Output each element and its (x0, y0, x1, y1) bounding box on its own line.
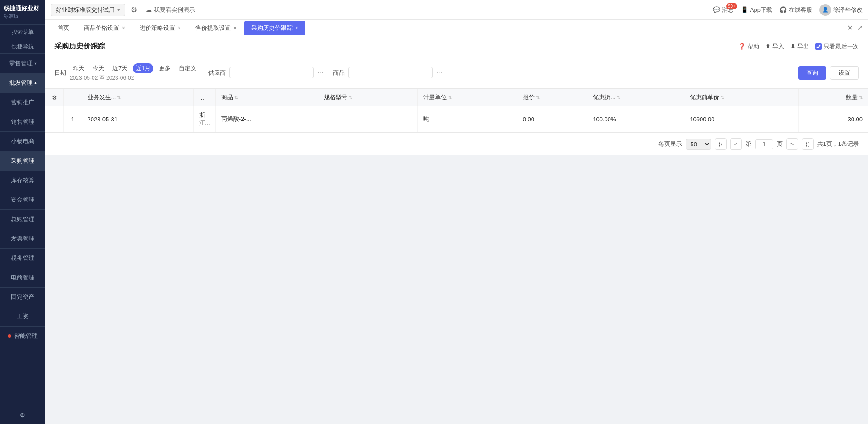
date-option-yesterday[interactable]: 昨天 (70, 63, 87, 73)
th-gear[interactable]: ⚙ (45, 89, 63, 106)
import-button[interactable]: ⬆ 导入 (766, 43, 784, 51)
edition-selector-label: 好业财标准版交付试用 (56, 6, 115, 14)
th-spec[interactable]: 规格型号 ⇅ (318, 89, 417, 106)
sidebar-item-invoice-label: 发票管理 (11, 235, 34, 243)
th-more[interactable]: ... (193, 89, 215, 106)
sidebar-item-inventory[interactable]: 库存核算 (0, 171, 45, 190)
sort-icon: ⇅ (117, 95, 121, 100)
filter-actions: 查询 设置 (798, 66, 859, 80)
page-header: 采购历史价跟踪 ❓ 帮助 ⬆ 导入 ⬇ 导出 只看最后一次 (45, 36, 868, 57)
page-size-select[interactable]: 50 20 100 (686, 139, 711, 150)
sidebar-item-tax[interactable]: 税务管理 (0, 249, 45, 268)
last-page-button[interactable]: ⟩⟩ (802, 138, 814, 150)
supplier-more-icon[interactable]: ··· (317, 69, 323, 77)
tab-purchase-strategy[interactable]: 进价策略设置 × (133, 21, 188, 35)
supplier-input[interactable] (229, 67, 314, 78)
collapse-icon[interactable]: ✕ (847, 24, 853, 32)
help-button[interactable]: ❓ 帮助 (738, 43, 759, 51)
row-unit-label: 吨 (423, 116, 429, 122)
sidebar-item-marketing[interactable]: 营销推广 (0, 93, 45, 112)
demo-label: 我要看实例演示 (154, 6, 195, 14)
page-number-input[interactable] (755, 139, 773, 149)
tab-sale-extract-label: 售价提取设置 (195, 24, 231, 32)
close-icon[interactable]: × (295, 25, 298, 31)
online-service-button[interactable]: 🎧 在线客服 (780, 6, 812, 14)
th-discount[interactable]: 优惠折... ⇅ (587, 89, 684, 106)
th-unit-label: 计量单位 (423, 93, 447, 101)
edition-selector[interactable]: 好业财标准版交付试用 ▾ (51, 4, 125, 16)
table-row: 1 2023-05-31 浙江... 丙烯酸-2-... 吨 0.00 100.… (45, 106, 868, 132)
expand-icon[interactable]: ⤢ (857, 24, 863, 32)
th-goods[interactable]: 商品 ⇅ (215, 89, 318, 106)
close-icon[interactable]: × (122, 25, 125, 31)
help-label: 帮助 (747, 43, 759, 51)
sidebar-item-sales[interactable]: 销售管理 (0, 112, 45, 132)
settings-icon[interactable]: ⚙ (131, 5, 137, 14)
query-button[interactable]: 查询 (798, 66, 826, 80)
sidebar-item-ecommerce-label: 电商管理 (11, 274, 34, 282)
sidebar-item-tax-label: 税务管理 (11, 254, 34, 262)
th-unit[interactable]: 计量单位 ⇅ (418, 89, 517, 106)
row-quantity: 30.00 (799, 106, 868, 132)
first-page-button[interactable]: ⟨⟨ (715, 138, 727, 150)
date-filter-group: 日期 昨天 今天 近7天 近1月 更多 自定义 2023-05-02 至 202… (54, 63, 199, 82)
th-quoted-price[interactable]: 报价 ⇅ (517, 89, 587, 106)
user-menu[interactable]: 👤 徐泽华修改 (819, 4, 863, 16)
prev-page-button[interactable]: ＜ (730, 138, 742, 150)
export-button[interactable]: ⬇ 导出 (790, 43, 809, 51)
logo-title: 畅捷通好业财 (4, 5, 42, 13)
sidebar-item-ledger[interactable]: 总账管理 (0, 210, 45, 229)
table-container: ⚙ 业务发生... ⇅ ... (45, 89, 868, 132)
quick-nav[interactable]: 快捷导航 (0, 40, 45, 54)
only-last-toggle[interactable]: 只看最后一次 (815, 43, 859, 51)
th-pre-discount-price[interactable]: 优惠前单价 ⇅ (684, 89, 799, 106)
th-quantity[interactable]: 数量 ⇅ (799, 89, 868, 106)
tab-sale-extract[interactable]: 售价提取设置 × (189, 21, 244, 35)
date-option-7days[interactable]: 近7天 (110, 63, 130, 73)
date-option-1month[interactable]: 近1月 (133, 63, 153, 73)
only-last-label: 只看最后一次 (824, 43, 859, 51)
row-supplier: 浙江... (193, 106, 215, 132)
cloud-icon: ☁ (146, 6, 152, 13)
tab-purchase-history-label: 采购历史价跟踪 (251, 24, 293, 32)
main-content: 好业财标准版交付试用 ▾ ⚙ ☁ 我要看实例演示 💬 消息 99+ 📱 App下… (45, 0, 868, 424)
sidebar-item-payroll[interactable]: 工资 (0, 307, 45, 327)
date-option-custom[interactable]: 自定义 (176, 63, 199, 73)
goods-filter-group: 商品 ··· (333, 67, 442, 78)
sidebar-item-invoice[interactable]: 发票管理 (0, 229, 45, 249)
date-option-today[interactable]: 今天 (90, 63, 107, 73)
tabbar-controls: ✕ ⤢ (847, 24, 863, 32)
sidebar-item-inventory-label: 库存核算 (11, 176, 34, 184)
date-options: 昨天 今天 近7天 近1月 更多 自定义 (70, 63, 199, 73)
sidebar-item-ecommerce-small[interactable]: 小畅电商 (0, 132, 45, 151)
sidebar-item-retail[interactable]: 零售管理 ▾ (0, 54, 45, 73)
th-pre-discount-price-label: 优惠前单价 (690, 93, 719, 101)
tab-price-settings[interactable]: 商品价格设置 × (77, 21, 132, 35)
dot-indicator (8, 334, 11, 338)
sidebar-gear-button[interactable]: ⚙ (0, 406, 45, 424)
row-pre-discount-price: 10900.00 (684, 106, 799, 132)
close-icon[interactable]: × (178, 25, 181, 31)
th-business-date[interactable]: 业务发生... ⇅ (82, 89, 193, 106)
tab-home[interactable]: 首页 (51, 21, 76, 35)
sidebar-item-finance[interactable]: 资金管理 (0, 190, 45, 210)
sidebar-item-smart[interactable]: 智能管理 (0, 327, 45, 346)
sidebar-item-assets[interactable]: 固定资产 (0, 288, 45, 307)
tab-purchase-history[interactable]: 采购历史价跟踪 × (244, 21, 305, 35)
next-page-button[interactable]: ＞ (786, 138, 798, 150)
sidebar-item-purchase[interactable]: 采购管理 (0, 151, 45, 171)
sidebar-item-wholesale[interactable]: 批发管理 ▴ (0, 73, 45, 93)
filter-settings-button[interactable]: 设置 (830, 66, 859, 80)
sidebar-item-retail-label: 零售管理 (9, 59, 33, 67)
demo-button[interactable]: ☁ 我要看实例演示 (146, 6, 195, 14)
goods-more-icon[interactable]: ··· (436, 69, 442, 77)
date-option-more[interactable]: 更多 (156, 63, 173, 73)
only-last-checkbox[interactable] (815, 43, 822, 50)
close-icon[interactable]: × (234, 25, 237, 31)
goods-input[interactable] (348, 67, 433, 78)
sidebar-item-ecommerce[interactable]: 电商管理 (0, 268, 45, 288)
message-button[interactable]: 💬 消息 99+ (713, 6, 734, 14)
th-more-label: ... (199, 94, 204, 101)
search-menu[interactable]: 搜索菜单 (0, 25, 45, 40)
app-download-button[interactable]: 📱 App下载 (741, 6, 772, 14)
